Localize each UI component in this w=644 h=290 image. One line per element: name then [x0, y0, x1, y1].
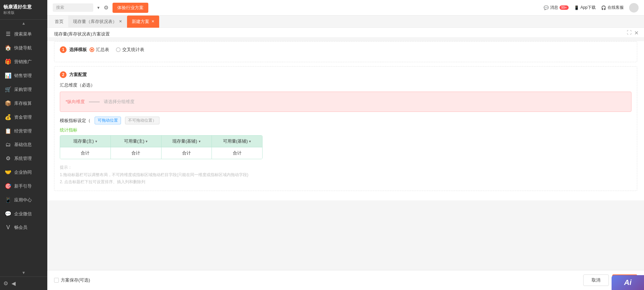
section2-header: 2 方案配置	[60, 71, 631, 78]
sidebar-item-newbie[interactable]: 🎯 新手引导	[0, 179, 47, 193]
sidebar-item-label: 企业微信	[14, 211, 32, 217]
tab-close-inventory[interactable]: ✕	[119, 19, 122, 24]
mobile-icon: 📱	[5, 197, 11, 203]
chevron-col4-icon[interactable]: ▾	[249, 139, 251, 144]
tab-new-scheme[interactable]: 新建方案 ✕	[127, 16, 159, 28]
chat-icon: 💬	[5, 211, 11, 217]
sidebar-item-app-center[interactable]: 📱 应用中心	[0, 193, 47, 207]
dim-required: *纵向维度	[66, 99, 85, 105]
sidebar-scroll-up[interactable]: ▲	[0, 20, 47, 27]
sidebar-item-purchase[interactable]: 🛒 采购管理	[0, 82, 47, 96]
sidebar-item-label: 库存核算	[14, 100, 32, 106]
save-checkbox[interactable]: 方案保存(可选)	[54, 277, 90, 283]
page-subtitle: 现存量(库存状况表)方案设置	[54, 31, 110, 37]
tip-2: 2. 点击标题栏下拉可设置排序、插入列和删除列	[60, 178, 631, 186]
section2-title: 方案配置	[69, 72, 87, 78]
checkbox-box[interactable]	[54, 278, 59, 283]
clipboard-icon: 📋	[5, 128, 11, 134]
panel-expand-icon[interactable]: ⛶	[627, 30, 631, 36]
stats-col-2-header[interactable]: 可用量(主) ▾	[111, 136, 161, 147]
gift-icon: 🎁	[5, 58, 11, 65]
sidebar-item-label: 基础信息	[14, 142, 32, 148]
sidebar-item-membership[interactable]: V 畅会员	[0, 221, 47, 234]
stats-col-3-header[interactable]: 现存量(基辅) ▾	[162, 136, 212, 147]
topbar-search: 搜索	[53, 3, 93, 12]
topbar-app-download[interactable]: 📱 App下载	[574, 5, 596, 10]
sidebar-item-label: 资金管理	[14, 114, 32, 120]
tab-close-new-scheme[interactable]: ✕	[151, 19, 154, 24]
sidebar-bottom: ⚙ ◀	[0, 276, 47, 290]
menu-icon: ☰	[5, 31, 11, 37]
stats-col-4-header[interactable]: 可用量(基辅) ▾	[212, 136, 262, 147]
indicator-label: 模板指标设定（ 可拖动位置 不可拖动位置）	[60, 117, 631, 124]
radio-cross[interactable]: 交叉统计表	[116, 47, 144, 53]
topbar-message[interactable]: 💬 消息 99+	[544, 5, 569, 10]
tab-inventory-status[interactable]: 现存量（库存状况表） ✕	[68, 16, 127, 28]
tabbar: 首页 现存量（库存状况表） ✕ 新建方案 ✕	[47, 16, 644, 28]
sidebar-item-label: 畅会员	[14, 224, 27, 231]
sidebar-item-label: 经营管理	[14, 128, 32, 134]
folder-icon: 🗂	[5, 142, 11, 148]
sidebar-item-inventory[interactable]: 📦 库存核算	[0, 96, 47, 110]
dim-placeholder[interactable]: 请选择分组维度	[104, 99, 134, 105]
settings-icon[interactable]: ⚙	[3, 280, 8, 287]
step2-badge: 2	[60, 71, 67, 78]
sidebar-item-label: 应用中心	[14, 197, 32, 203]
sidebar-item-operation[interactable]: 📋 经营管理	[0, 124, 47, 138]
user-avatar[interactable]	[629, 3, 639, 13]
template-radio-group: 汇总表 交叉统计表	[90, 47, 144, 53]
panel-close-icon[interactable]: ✕	[634, 30, 639, 36]
sidebar-item-system[interactable]: ⚙ 系统管理	[0, 151, 47, 165]
content-area: 现存量(库存状况表)方案设置 1 选择模板 汇总表	[47, 28, 644, 270]
sidebar-item-base-info[interactable]: 🗂 基础信息	[0, 138, 47, 151]
indicator-settings: 模板指标设定（ 可拖动位置 不可拖动位置） 统计指标 现存量(主)	[60, 117, 631, 159]
cancel-button[interactable]: 取消	[583, 274, 609, 286]
sidebar-item-label: 新手引导	[14, 183, 32, 189]
sidebar-item-marketing[interactable]: 🎁 营销推广	[0, 55, 47, 69]
sidebar-item-search-menu[interactable]: ☰ 搜索菜单	[0, 27, 47, 41]
step1-badge: 1	[60, 46, 67, 53]
sidebar-item-finance[interactable]: 💰 资金管理	[0, 110, 47, 124]
sidebar-item-sales[interactable]: 📊 销售管理	[0, 69, 47, 82]
tab-home[interactable]: 首页	[50, 16, 68, 28]
radio-summary[interactable]: 汇总表	[90, 47, 109, 53]
app-label: App下载	[580, 5, 596, 10]
gear-icon: ⚙	[5, 155, 11, 162]
stats-col-1-header[interactable]: 现存量(主) ▾	[60, 136, 110, 147]
ai-badge[interactable]: Ai	[612, 275, 644, 290]
drag-badge: 可拖动位置	[95, 117, 121, 124]
main-area: 搜索 ▾ ⚙ 体验行业方案 💬 消息 99+ 📱 App下载 🎧 在线客服 首页	[47, 0, 644, 290]
section-template: 1 选择模板 汇总表 交叉统计表	[54, 41, 637, 62]
sidebar-item-wechat[interactable]: 💬 企业微信	[0, 207, 47, 221]
stats-col-1: 现存量(主) ▾ 合计	[60, 136, 111, 159]
topbar-gear-icon[interactable]: ⚙	[104, 4, 108, 11]
sidebar-item-label: 搜索菜单	[14, 31, 32, 37]
sidebar-logo: 畅康通好生意 标准版	[0, 0, 47, 20]
stats-table-header: 现存量(主) ▾ 合计 可用量(主)	[60, 136, 262, 159]
sidebar: 畅康通好生意 标准版 ▲ ☰ 搜索菜单 🏠 快捷导航 🎁 营销推广 📊 销售管理…	[0, 0, 47, 290]
money-icon: 💰	[5, 114, 11, 120]
sidebar-item-enterprise[interactable]: 🤝 企业协同	[0, 165, 47, 179]
sidebar-item-label: 快捷导航	[14, 45, 32, 51]
chevron-col1-icon[interactable]: ▾	[95, 139, 97, 144]
topbar-dropdown-icon[interactable]: ▾	[97, 5, 100, 10]
chart-icon: 📊	[5, 72, 11, 79]
collapse-icon[interactable]: ◀	[11, 280, 16, 287]
stats-col-4: 可用量(基辅) ▾ 合计	[212, 136, 262, 159]
chevron-col3-icon[interactable]: ▾	[199, 139, 201, 144]
topbar-online-service[interactable]: 🎧 在线客服	[601, 5, 624, 10]
sidebar-item-quick-nav[interactable]: 🏠 快捷导航	[0, 41, 47, 55]
chevron-col2-icon[interactable]: ▾	[146, 139, 148, 144]
message-badge: 99+	[560, 5, 569, 10]
stats-col-4-body: 合计	[212, 147, 262, 159]
app-version: 标准版	[3, 10, 44, 15]
footer: 方案保存(可选) 取消 查询	[47, 270, 644, 290]
service-label: 在线客服	[608, 5, 624, 10]
industry-btn[interactable]: 体验行业方案	[113, 3, 148, 13]
target-icon: 🎯	[5, 183, 11, 189]
sidebar-nav: ☰ 搜索菜单 🏠 快捷导航 🎁 营销推广 📊 销售管理 🛒 采购管理 📦 库存核…	[0, 27, 47, 269]
radio-summary-circle	[90, 47, 94, 52]
sidebar-item-label: 系统管理	[14, 155, 32, 162]
stats-col-2-body: 合计	[111, 147, 161, 159]
sidebar-scroll-down[interactable]: ▼	[0, 269, 47, 276]
